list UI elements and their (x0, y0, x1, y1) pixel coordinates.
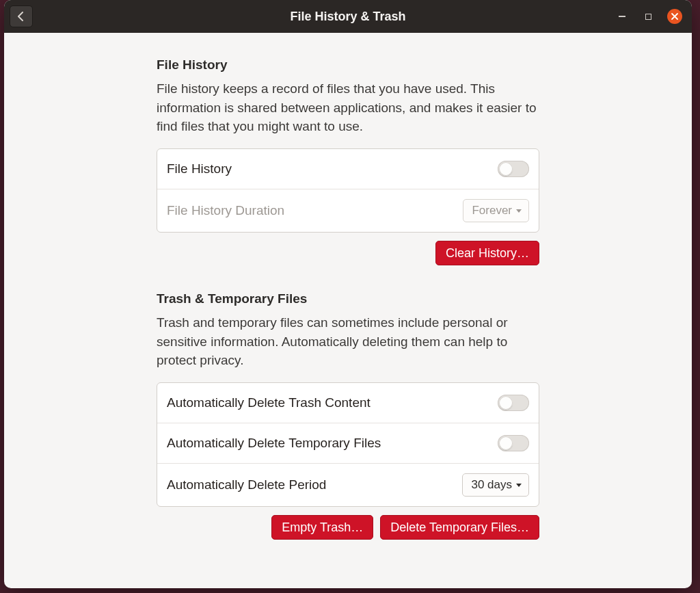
switch-knob (499, 436, 513, 450)
trash-list: Automatically Delete Trash Content Autom… (157, 382, 539, 507)
file-history-duration-label: File History Duration (167, 203, 284, 218)
delete-temp-files-button[interactable]: Delete Temporary Files… (380, 515, 539, 540)
maximize-button[interactable] (641, 10, 655, 23)
auto-delete-period-value: 30 days (471, 478, 512, 492)
auto-delete-period-row: Automatically Delete Period 30 days (157, 464, 539, 506)
file-history-toggle-row: File History (157, 149, 539, 189)
switch-knob (499, 162, 513, 176)
file-history-description: File history keeps a record of files tha… (157, 79, 539, 136)
chevron-left-icon (17, 12, 25, 21)
file-history-toggle-label: File History (167, 161, 232, 176)
clear-history-button[interactable]: Clear History… (435, 241, 539, 266)
trash-heading: Trash & Temporary Files (157, 291, 539, 306)
window-controls (615, 9, 686, 24)
empty-trash-button[interactable]: Empty Trash… (271, 515, 373, 540)
file-history-duration-row: File History Duration Forever (157, 189, 539, 232)
maximize-icon (645, 14, 651, 20)
auto-delete-temp-label: Automatically Delete Temporary Files (167, 436, 381, 451)
minimize-button[interactable] (615, 10, 629, 23)
file-history-duration-value: Forever (472, 204, 512, 218)
auto-delete-temp-switch[interactable] (498, 435, 529, 451)
file-history-list: File History File History Duration Forev… (157, 148, 539, 233)
minimize-icon (619, 16, 625, 17)
auto-delete-trash-row: Automatically Delete Trash Content (157, 383, 539, 423)
switch-knob (499, 396, 513, 410)
close-icon (671, 12, 679, 21)
file-history-switch[interactable] (498, 161, 529, 177)
caret-down-icon (516, 484, 522, 487)
file-history-heading: File History (157, 57, 539, 73)
settings-window: File History & Trash File History File h… (4, 0, 692, 588)
window-title: File History & Trash (4, 10, 692, 24)
back-button[interactable] (10, 5, 33, 27)
auto-delete-period-label: Automatically Delete Period (167, 477, 326, 492)
close-button[interactable] (667, 9, 682, 24)
caret-down-icon (516, 209, 522, 213)
headerbar: File History & Trash (4, 0, 692, 33)
auto-delete-temp-row: Automatically Delete Temporary Files (157, 423, 539, 464)
auto-delete-trash-label: Automatically Delete Trash Content (167, 395, 371, 410)
auto-delete-trash-switch[interactable] (498, 395, 529, 411)
auto-delete-period-dropdown[interactable]: 30 days (462, 473, 529, 497)
content-area: File History File history keeps a record… (4, 33, 692, 588)
file-history-duration-dropdown[interactable]: Forever (463, 199, 529, 222)
trash-description: Trash and temporary files can sometimes … (157, 313, 539, 370)
